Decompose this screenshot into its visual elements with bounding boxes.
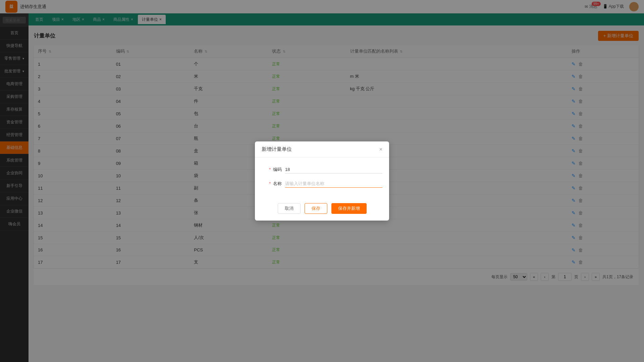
modal-body: * 编码 * 名称: [255, 158, 389, 199]
code-label: * 编码: [262, 167, 282, 173]
form-row-name: * 名称: [262, 180, 382, 188]
required-mark: *: [269, 167, 271, 172]
modal-close-button[interactable]: ×: [379, 146, 382, 153]
modal-footer: 取消 保存 保存并新增: [255, 199, 389, 221]
modal-overlay[interactable]: 新增计量单位 × * 编码 * 名称 取消 保存 保存并新增: [0, 0, 644, 362]
save-and-new-button[interactable]: 保存并新增: [331, 203, 367, 214]
save-button[interactable]: 保存: [305, 203, 327, 214]
required-mark: *: [269, 181, 271, 186]
add-unit-modal: 新增计量单位 × * 编码 * 名称 取消 保存 保存并新增: [255, 141, 389, 221]
cancel-button[interactable]: 取消: [278, 203, 301, 214]
form-row-code: * 编码: [262, 166, 382, 174]
modal-header: 新增计量单位 ×: [255, 141, 389, 158]
name-label: * 名称: [262, 181, 282, 187]
modal-title: 新增计量单位: [262, 146, 292, 153]
name-input[interactable]: [285, 180, 382, 188]
code-input[interactable]: [285, 166, 382, 174]
